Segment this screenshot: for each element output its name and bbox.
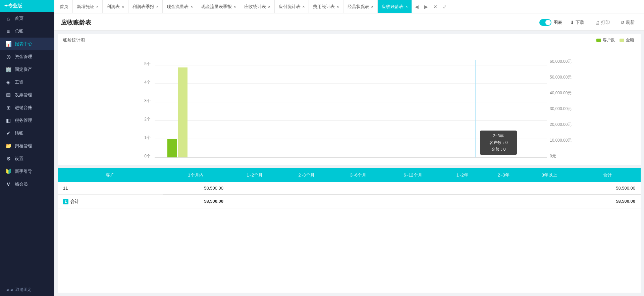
settings-icon: ⚙ [5,156,11,162]
th-m612: 6~12个月 [384,168,442,182]
svg-text:10,000.00元: 10,000.00元 [550,138,572,143]
chart-area: 账龄统计图 客户数 金额 0个 1个 2个 3个 4个 5个 [58,34,641,165]
sidebar-item-invoice[interactable]: ▤ 发票管理 [0,89,54,101]
svg-text:2~3个月: 2~3个月 [272,160,287,161]
svg-text:50,000.00元: 50,000.00元 [550,75,572,80]
bar-customer-m1 [167,139,177,157]
tab-cashflow-quarterly[interactable]: 现金流量表季报 × [197,0,240,13]
tab-nav-prev[interactable]: ◀ [412,0,421,13]
refresh-button[interactable]: ↺ 刷新 [618,18,637,27]
svg-text:3年以上: 3年以上 [518,160,532,161]
sidebar-item-stock[interactable]: ⊞ 进销台账 [0,101,54,114]
tab-home[interactable]: 首页 [56,0,73,13]
cell-m612 [384,182,442,194]
cell-y3plus [524,182,575,194]
sidebar-item-asset[interactable]: 🏢 固定资产 [0,63,54,76]
tab-close-ar-stats[interactable]: × [268,5,270,9]
cell-total: 58,500.00 [575,182,641,194]
sidebar-item-ledger[interactable]: ≡ 总账 [0,25,54,38]
tab-cashflow[interactable]: 现金流量表 × [163,0,197,13]
bar-amount-m1 [178,67,187,157]
sidebar-item-guide[interactable]: 🔰 新手引导 [0,165,54,178]
archive-icon: 📁 [5,143,11,149]
tab-close-cashflow[interactable]: × [191,5,193,9]
tab-close-ar-aging[interactable]: × [406,5,408,9]
svg-text:2~3年: 2~3年 [470,160,481,161]
tab-close-new-voucher[interactable]: × [96,5,98,9]
sidebar-item-salary[interactable]: ◈ 工资 [0,76,54,89]
app-logo: ✦专业版 [0,0,54,12]
refresh-icon: ↺ [621,20,625,25]
tab-close-ap-stats[interactable]: × [303,5,305,9]
ledger-icon: ≡ [5,29,11,34]
sidebar-item-settings[interactable]: ⚙ 设置 [0,152,54,165]
tab-operations[interactable]: 经营状况表 × [343,0,378,13]
sidebar-item-tax[interactable]: ◧ 税务管理 [0,114,54,127]
tab-expense-stats[interactable]: 费用统计表 × [309,0,343,13]
tab-profit-quarterly[interactable]: 利润表季报 × [128,0,163,13]
checkout-icon: ✔ [5,130,11,136]
cell-m12 [229,182,280,194]
vip-icon: V [5,182,11,187]
sidebar-item-capital[interactable]: ◎ 资金管理 [0,50,54,63]
cell-m23 [280,182,332,194]
th-m23: 2~3个月 [280,168,332,182]
cell-m1: 58,500.00 [163,182,229,194]
sidebar-unpin-button[interactable]: ◄◄ 取消固定 [0,284,54,296]
total-y3plus [524,194,575,208]
table-row: 11 58,500.00 58,500.00 [58,182,641,194]
th-total: 合计 [575,168,641,182]
toggle-track[interactable] [539,19,551,26]
tab-expand[interactable]: ⤢ [440,0,449,13]
sidebar-item-stock-label: 进销台账 [15,105,32,111]
sidebar-item-home[interactable]: ⌂ 首页 [0,12,54,25]
tab-ar-aging[interactable]: 应收账龄表 × [378,0,412,13]
legend-customer-count: 客户数 [596,37,615,43]
sidebar-item-report[interactable]: 📊 报表中心 [0,38,54,50]
tab-close-expense-stats[interactable]: × [337,5,339,9]
capital-icon: ◎ [5,54,11,60]
tab-new-voucher[interactable]: 新增凭证 × [73,0,103,13]
tab-close-profit-quarterly[interactable]: × [156,5,158,9]
total-y23 [483,194,524,208]
sidebar-item-vip[interactable]: V 畅会员 [0,178,54,191]
th-m36: 3~6个月 [332,168,384,182]
cell-y12 [442,182,483,194]
sidebar-item-archive[interactable]: 📁 归档管理 [0,140,54,152]
tab-close-operations[interactable]: × [371,5,373,9]
chart-toggle[interactable]: 图表 [539,19,562,26]
tab-nav-next[interactable]: ▶ [421,0,431,13]
svg-text:3~6个月: 3~6个月 [321,160,336,161]
svg-text:40,000.00元: 40,000.00元 [550,91,572,95]
sidebar-item-checkout[interactable]: ✔ 结账 [0,127,54,140]
svg-text:20,000.00元: 20,000.00元 [550,122,572,127]
total-icon: Σ [63,199,68,204]
tab-ap-stats[interactable]: 应付统计表 × [275,0,309,13]
legend-amount: 金额 [620,37,634,43]
sidebar-item-salary-label: 工资 [15,79,23,85]
print-button[interactable]: 🖨 打印 [592,18,612,27]
total-m1: 58,500.00 [163,194,229,208]
tab-close-profit[interactable]: × [122,5,124,9]
svg-text:2个: 2个 [144,117,151,121]
total-m12 [229,194,280,208]
main-area: 首页 新增凭证 × 利润表 × 利润表季报 × 现金流量表 × 现金流量表季报 … [54,0,644,296]
print-icon: 🖨 [595,20,600,25]
sidebar: ✦专业版 ⌂ 首页 ≡ 总账 📊 报表中心 ◎ 资金管理 🏢 固定资产 ◈ 工资… [0,0,54,296]
sidebar-item-report-label: 报表中心 [15,41,32,47]
tab-profit[interactable]: 利润表 × [103,0,128,13]
cell-m36 [332,182,384,194]
sidebar-item-archive-label: 归档管理 [15,143,32,149]
toggle-thumb [545,20,551,25]
tab-close-cashflow-quarterly[interactable]: × [234,5,236,9]
aging-table: 客户 1个月内 1~2个月 2~3个月 3~6个月 6~12个月 1~2年 2~… [58,168,641,208]
invoice-icon: ▤ [5,92,11,98]
download-button[interactable]: ⬇ 下载 [568,18,587,27]
total-m23 [280,194,332,208]
svg-text:2~3年: 2~3年 [493,134,504,138]
sidebar-item-invoice-label: 发票管理 [15,92,32,98]
tab-close-all[interactable]: ✕ [431,0,440,13]
sidebar-item-checkout-label: 结账 [15,130,23,136]
svg-text:1~2个月: 1~2个月 [223,160,238,161]
tab-ar-stats[interactable]: 应收统计表 × [240,0,274,13]
